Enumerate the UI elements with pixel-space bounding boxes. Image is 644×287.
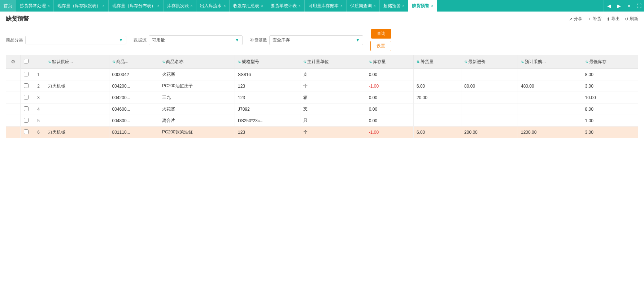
row-gear-1 [6, 80, 21, 92]
sort-minstock-icon: ⇅ [585, 60, 588, 64]
replenish-button[interactable]: ＋ 补货 [587, 16, 601, 22]
tab-close-order-stats[interactable]: × [299, 4, 301, 8]
row-num-5: 6 [32, 127, 45, 138]
row-spec-4: DS250*23c... [235, 115, 300, 127]
row-checkbox-0[interactable] [24, 72, 29, 76]
tab-order-stats[interactable]: 要货单统计表 × [267, 0, 305, 12]
tab-close-collect-summary[interactable]: × [261, 4, 263, 8]
settings-button[interactable]: 设置 [370, 41, 391, 51]
row-replenish-qty-5: 6.00 [413, 127, 461, 138]
row-code-4: 004800... [109, 115, 159, 127]
row-latest-price-0 [461, 69, 518, 80]
page-title: 缺货预警 [6, 15, 569, 23]
tab-available-ledger[interactable]: 可用量库存账本 × [305, 0, 347, 12]
row-checkbox-5[interactable] [24, 129, 29, 134]
row-replenish-qty-3 [413, 103, 461, 115]
table-row: 6 力天机械 801110... PC200张紧油缸 123 个 -1.00 6… [6, 127, 638, 138]
export-button[interactable]: ⬆ 导出 [606, 16, 620, 22]
tab-stockout[interactable]: 缺货预警 × [408, 0, 437, 12]
tab-nav-buttons: ◀ ▶ ✕ ⛶ [604, 0, 644, 12]
th-num [32, 55, 45, 69]
row-spec-2: 123 [235, 92, 300, 103]
row-estimated-0 [518, 69, 582, 80]
tab-home[interactable]: 首页 [0, 0, 16, 12]
row-name-1: PC200油缸庄子 [159, 80, 235, 92]
stockout-table: ⚙ ⇅ 默认供应... ⇅ 商 [6, 55, 638, 138]
tab-next-btn[interactable]: ▶ [614, 0, 624, 12]
row-latest-price-1: 80.00 [461, 80, 518, 92]
row-checkbox-cell-2 [21, 92, 32, 103]
replenish-base-select[interactable]: 安全库存 ▼ [269, 35, 363, 45]
page-header: 缺货预警 ↗ 分享 ＋ 补货 ⬆ 导出 ↺ 刷新 [0, 12, 644, 25]
row-supplier-5: 力天机械 [45, 127, 109, 138]
tab-inventory-status[interactable]: 现存量（库存状况表） × [54, 0, 109, 12]
row-replenish-qty-2: 20.00 [413, 92, 461, 103]
row-unit-1: 个 [300, 80, 366, 92]
tab-close-stockout[interactable]: × [431, 4, 433, 8]
tab-close-exception[interactable]: × [48, 4, 50, 8]
query-button[interactable]: 查询 [371, 29, 391, 39]
tab-expiry-query[interactable]: 保质期查询 × [347, 0, 380, 12]
row-gear-0 [6, 69, 21, 80]
select-all-checkbox[interactable] [24, 59, 29, 63]
row-latest-price-3 [461, 103, 518, 115]
row-checkbox-cell-0 [21, 69, 32, 80]
row-checkbox-2[interactable] [24, 95, 29, 100]
th-stock: ⇅ 库存量 [366, 55, 413, 69]
tab-close-batch-account[interactable]: × [191, 4, 193, 8]
tab-prev-btn[interactable]: ◀ [604, 0, 614, 12]
row-spec-1: 123 [235, 80, 300, 92]
tab-close-inventory-dist[interactable]: × [157, 4, 160, 8]
tab-close-available-ledger[interactable]: × [340, 4, 343, 8]
row-stock-3: 0.00 [366, 103, 413, 115]
row-replenish-qty-4 [413, 115, 461, 127]
row-checkbox-1[interactable] [24, 83, 29, 88]
category-select[interactable]: ▼ [25, 36, 126, 44]
datasource-arrow-icon: ▼ [235, 37, 239, 43]
tab-bar: 首页 拣货异常处理 × 现存量（库存状况表） × 现存量（库存分布表） × 库存… [0, 0, 644, 12]
th-spec: ⇅ 规格型号 [235, 55, 300, 69]
tab-close-expiry-query[interactable]: × [374, 4, 376, 8]
tab-fullscreen-btn[interactable]: ⛶ [634, 0, 644, 12]
datasource-filter-group: 数据源 可用量 ▼ [134, 35, 243, 45]
category-label: 商品分类 [6, 37, 23, 43]
row-spec-3: J7092 [235, 103, 300, 115]
row-num-4: 5 [32, 115, 45, 127]
row-supplier-0 [45, 69, 109, 80]
datasource-value: 可用量 [152, 37, 235, 43]
tab-overstock[interactable]: 超储预警 × [380, 0, 409, 12]
row-checkbox-4[interactable] [24, 118, 29, 123]
tab-collect-summary[interactable]: 收发存汇总表 × [230, 0, 267, 12]
sort-spec-icon: ⇅ [238, 60, 241, 64]
gear-icon[interactable]: ⚙ [9, 57, 17, 66]
row-estimated-1: 480.00 [518, 80, 582, 92]
sort-estimated-icon: ⇅ [521, 60, 524, 64]
sort-stock-icon: ⇅ [369, 60, 372, 64]
tab-close-overstock[interactable]: × [402, 4, 405, 8]
share-icon: ↗ [569, 17, 573, 22]
refresh-button[interactable]: ↺ 刷新 [625, 16, 638, 22]
header-actions: ↗ 分享 ＋ 补货 ⬆ 导出 ↺ 刷新 [569, 16, 638, 22]
row-checkbox-cell-4 [21, 115, 32, 127]
row-min-stock-4: 1.00 [582, 115, 638, 127]
table-row: 4 004600... 火花塞 J7092 支 0.00 8.00 [6, 103, 638, 115]
th-replenish-qty: ⇅ 补货量 [413, 55, 461, 69]
table-row: 5 004800... 离合片 DS250*23c... 只 0.00 1.00 [6, 115, 638, 127]
share-button[interactable]: ↗ 分享 [569, 16, 582, 22]
row-checkbox-3[interactable] [24, 106, 29, 111]
tab-close-inout-flow[interactable]: × [223, 4, 226, 8]
replenish-base-label: 补货基数 [250, 37, 267, 43]
tab-close-all-btn[interactable]: ✕ [624, 0, 634, 12]
row-gear-3 [6, 103, 21, 115]
replenish-icon: ＋ [587, 16, 592, 22]
row-min-stock-3: 8.00 [582, 103, 638, 115]
tab-exception[interactable]: 拣货异常处理 × [16, 0, 54, 12]
tab-close-inventory-status[interactable]: × [103, 4, 105, 8]
tab-batch-account[interactable]: 库存批次账 × [164, 0, 197, 12]
datasource-select[interactable]: 可用量 ▼ [149, 35, 243, 45]
tab-inout-flow[interactable]: 出入库流水 × [196, 0, 230, 12]
row-estimated-2 [518, 92, 582, 103]
row-estimated-5: 1200.00 [518, 127, 582, 138]
row-num-0: 1 [32, 69, 45, 80]
tab-inventory-dist[interactable]: 现存量（库存分布表） × [109, 0, 164, 12]
